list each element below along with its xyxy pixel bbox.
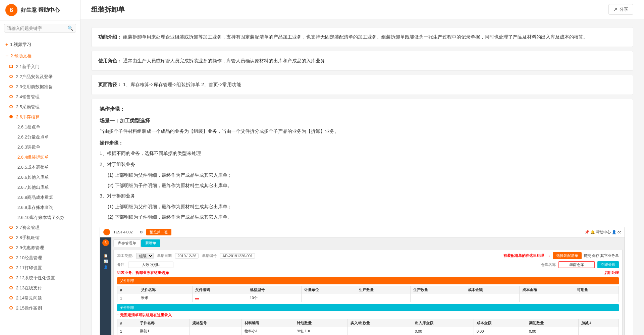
mock-th-spec: 规格型号: [247, 286, 302, 294]
page-path-text: 页面路径： 1、库存核算->库存管理->组装拆卸单 2、首页->常用功能: [98, 80, 626, 89]
step-3-sub: (1) 上部明细为父件明细，最终作为原材料生成其它出库单； (2) 下部明细为子…: [100, 202, 625, 221]
mock-label-no: 单据编号: [202, 253, 217, 258]
ops-title: 操作步骤：: [100, 106, 625, 112]
app-logo: 6: [5, 4, 17, 16]
mock-th-code: 父件编码: [193, 286, 247, 294]
mock-tab-new[interactable]: 新增单: [141, 239, 160, 247]
step-2-1: (1) 上部明细为父件明细，最终作为产成品生成其它入库单；: [108, 171, 625, 180]
sidebar-item-2.3[interactable]: 2.3使用前数据准备: [9, 82, 80, 92]
app-brand: 好生意 帮助中心: [21, 7, 60, 14]
mock-main: 库存管理单 新增单 加工类型: 组装 拆卸 单据日期: [111, 237, 625, 335]
mock-topbar-icon: ⚙: [140, 230, 143, 234]
mock-select-type[interactable]: 组装 拆卸: [136, 253, 154, 259]
mock-nav-icon1: ☰: [104, 248, 107, 252]
step-3-2: (2) 下部明细为子件明细，最终作为产成品生成其它入库单。: [108, 213, 625, 222]
spacer4: [175, 270, 597, 275]
sidebar-header: 6 好生意 帮助中心: [0, 0, 80, 20]
mock-label-date: 单据日期: [157, 253, 172, 258]
mock-parent-table: # 父件名称 父件编码 规格型号 计量单位 生产数量 生产数量 成本金额 成本金: [117, 286, 619, 302]
sidebar-item-docs[interactable]: − 2.帮助文档: [0, 50, 80, 62]
sidebar-item-2.6.6[interactable]: 2.6.6其他入库单: [17, 172, 80, 182]
sidebar-item-label: 2.帮助文档: [10, 53, 32, 59]
mock-cth-plan: 计划数量: [294, 319, 347, 327]
mock-topbar-id: TEST-H002: [113, 230, 132, 234]
mock-child-section: 子件明细: [117, 304, 619, 311]
sidebar-item-2.6.8[interactable]: 2.6.8商品成本重算: [17, 192, 80, 203]
sidebar-item-2.1[interactable]: 2.1新手入门: [9, 62, 80, 72]
search-input[interactable]: [7, 26, 67, 31]
page-title: 组装拆卸单: [91, 5, 125, 14]
step-2-sub: (1) 上部明细为父件明细，最终作为产成品生成其它入库单； (2) 下部明细为子…: [100, 171, 625, 190]
nav-group-docs: − 2.帮助文档 2.1新手入门 2.2产品安装及登录 2.3使用前数据准备: [0, 50, 80, 313]
mock-td-spec: 10个: [247, 294, 302, 302]
share-label: 分享: [620, 6, 628, 12]
mock-label-warehouse: 仓库名称: [541, 262, 556, 267]
ops-block: 操作步骤： 场景一：加工类型选择 当由多个子件材料组装成一个成品的业务为【组装】…: [91, 99, 633, 335]
sidebar-item-2.6.5[interactable]: 2.6.5成本调整单: [17, 162, 80, 172]
mock-th-avail: 可用量: [574, 286, 619, 294]
mock-btn-select[interactable]: 选择装配清单: [553, 252, 582, 259]
mock-nav-icon4: 👤: [104, 265, 108, 269]
table-row: 1 期初1 物料小1 9/包 1 = 0.00 0.00 0.00: [117, 327, 619, 335]
sidebar-item-2.6.10[interactable]: 2.6.10库存账本错了么办: [17, 213, 80, 223]
sidebar-item-2.11[interactable]: 2.11打印设置: [9, 263, 80, 273]
func-intro-text: 功能介绍： 组装拆卸单用来处理企业组装或拆卸等加工业务，支持有固定装配清单的产品…: [98, 33, 626, 41]
use-role-card: 使用角色： 通常由生产人员或库管人员完成拆装业务的操作，库管人员确认原材料的出库…: [91, 51, 633, 71]
sidebar-item-2.6.1[interactable]: 2.6.1盘点单: [17, 122, 80, 132]
mock-th-cost2: 成本金额: [520, 286, 574, 294]
share-button[interactable]: ↗ 分享: [608, 4, 633, 15]
mock-th-seq: #: [117, 286, 138, 294]
sidebar-item-label: 1.视频学习: [10, 42, 31, 48]
mock-label-remark: 备注:: [117, 262, 125, 267]
sidebar-search-area: 🔍: [0, 20, 80, 36]
sidebar-item-2.7[interactable]: 2.7资金管理: [9, 223, 80, 233]
mock-th-cost1: 成本金额: [465, 286, 520, 294]
mock-callout-row: 组装业务、拆卸业务在这里选择 启用处理: [117, 270, 619, 275]
collapse-icon: −: [5, 53, 8, 59]
mock-cth-name: 子件名称: [137, 319, 190, 327]
sidebar-item-2.4[interactable]: 2.4销售管理: [9, 92, 80, 102]
sidebar-item-2.6.4[interactable]: 2.6.4组装拆卸单: [17, 152, 80, 162]
mock-cth-actual: 实入/出数量: [347, 319, 412, 327]
sidebar-item-2.6.2[interactable]: 2.6.2分量盘点单: [17, 132, 80, 142]
mock-app-area: 6 ☰ 📋 📊 👤 库存管理单 新增单: [100, 237, 625, 335]
mock-td-code: [193, 294, 247, 302]
scenario1-desc: 当由多个子件材料组装成一个成品的业务为【组装】业务，当由一个父件拆分成多个子产品…: [100, 127, 625, 136]
sidebar-item-2.5[interactable]: 2.5采购管理: [9, 102, 80, 112]
docs-sub: 2.1新手入门 2.2产品安装及登录 2.3使用前数据准备 2.4销售管理 2.…: [0, 62, 80, 313]
sidebar-item-2.12[interactable]: 2.12系统个性化设置: [9, 273, 80, 283]
sidebar-item-2.6[interactable]: 2.6库存核算: [9, 112, 80, 122]
sidebar-item-2.6.3[interactable]: 2.6.3调拨单: [17, 142, 80, 152]
mock-child-tbody: 1 期初1 物料小1 9/包 1 = 0.00 0.00 0.00: [117, 327, 619, 335]
mock-label-type: 加工类型:: [117, 253, 133, 258]
2.6-sub: 2.6.1盘点单 2.6.2分量盘点单 2.6.3调拨单 2.6.4组装拆卸单 …: [9, 122, 80, 223]
mock-cth-amount2: 成本金额: [474, 319, 526, 327]
sidebar-item-2.8[interactable]: 2.8手机旺铺: [9, 233, 80, 243]
sidebar-item-2.6.7[interactable]: 2.6.7其他出库单: [17, 182, 80, 192]
mock-btn-save[interactable]: 立即处理: [597, 261, 619, 268]
mock-callout1-area: 有装配清单的在这里处理 → 选择装配清单 提交 保存 其它业务单: [503, 252, 619, 259]
callout1-text: 有装配清单的在这里处理: [503, 253, 544, 258]
mock-td-name: 米米: [138, 294, 193, 302]
mock-remark-input: 人数 次/批:: [128, 262, 173, 268]
search-box[interactable]: 🔍: [4, 24, 76, 33]
mock-nav-icon2: 📋: [104, 254, 108, 258]
sidebar-item-video[interactable]: + 1.视频学习: [0, 39, 80, 50]
mock-child-table: # 子件名称 规格型号 材料编号 计划数量 实入/出数量 出入库金额 成本金额: [117, 319, 619, 335]
sidebar-item-2.10[interactable]: 2.10经营管理: [9, 253, 80, 263]
share-icon: ↗: [613, 7, 618, 12]
main: 组装拆卸单 ↗ 分享 功能介绍： 组装拆卸单用来处理企业组装或拆卸等加工业务，支…: [80, 0, 644, 335]
mock-cth-seq: #: [117, 319, 137, 327]
sidebar-item-2.6.9[interactable]: 2.6.9库存账本查询: [17, 203, 80, 213]
sidebar-item-2.14[interactable]: 2.14常见问题: [9, 293, 80, 303]
sidebar-item-2.9[interactable]: 2.9优惠券管理: [9, 243, 80, 253]
mock-topbar-btn: 预览第一张: [146, 229, 171, 235]
step-3-1: (1) 上部明细为父件明细，最终作为原材料生成其它出库单；: [108, 202, 625, 211]
mock-tab-list[interactable]: 库存管理单: [113, 239, 141, 247]
mock-icons: 📌 🔔 帮助中心 👤 cc: [585, 230, 621, 235]
mock-warehouse-input: 华南仓库: [558, 261, 595, 268]
sidebar-item-2.2[interactable]: 2.2产品安装及登录: [9, 72, 80, 82]
sidebar-item-2.15[interactable]: 2.15操作案例: [9, 303, 80, 313]
sidebar-item-2.13[interactable]: 2.13在线支付: [9, 283, 80, 293]
use-role-text: 使用角色： 通常由生产人员或库管人员完成拆装业务的操作，库管人员确认原材料的出库…: [98, 57, 626, 65]
